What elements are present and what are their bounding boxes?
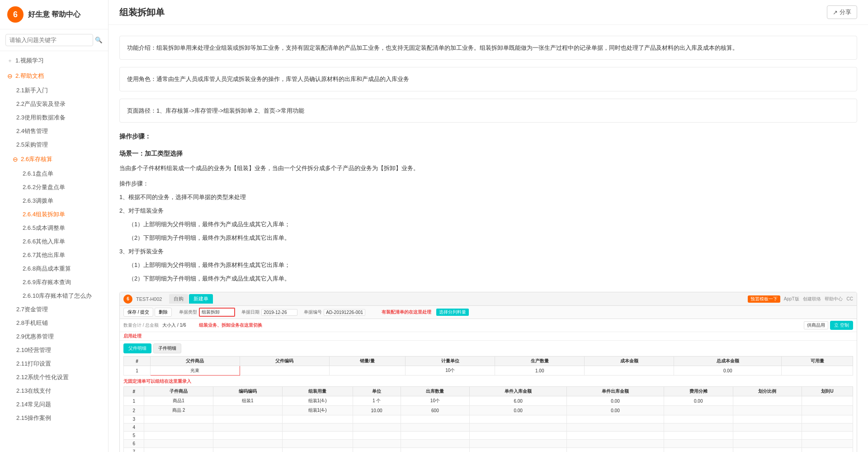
- sidebar-item-operations[interactable]: 2.10经营管理: [0, 343, 108, 357]
- sidebar-item-print[interactable]: 2.11打印设置: [0, 357, 108, 371]
- sidebar-item-video-label: 1.视频学习: [15, 57, 44, 65]
- mock-date-value[interactable]: 2019-12-26: [261, 309, 297, 316]
- annotation4-text: 启用处理: [123, 333, 142, 339]
- col-ratio: 划分比例: [733, 387, 802, 396]
- mock-toggle-child[interactable]: 子件明细: [153, 343, 181, 353]
- table-row: 7: [124, 448, 853, 452]
- sidebar-inventory-children: 2.6.1盘点单 2.6.2分量盘点单 2.6.3调拨单 2.6.4组装拆卸单 …: [0, 167, 108, 303]
- mock-table-child: # 子件商品 编码编码 组装用量 单位 出库数量 单件入库金额 单件出库金额 费…: [123, 386, 853, 452]
- mock-save-btn[interactable]: 保存 / 提交: [123, 308, 153, 317]
- sidebar-item-mobile[interactable]: 2.8手机旺铺: [0, 316, 108, 330]
- share-button[interactable]: ↗ 分享: [827, 5, 857, 19]
- annotation5-text: 无固定清单可以组结在这里重录入: [123, 378, 853, 385]
- mock-type-label: 单据类型: [179, 309, 197, 315]
- sidebar-item-inventory-ledger[interactable]: 2.6.9库存账本查询: [0, 276, 108, 289]
- sidebar-item-assemble[interactable]: 2.6.4组装拆卸单: [0, 208, 108, 221]
- sidebar-item-cost-adj[interactable]: 2.6.5成本调整单: [0, 221, 108, 235]
- search-box: 🔍: [0, 29, 108, 51]
- col-parent-goods: 父件商品: [150, 357, 240, 366]
- table-row: 3: [124, 415, 853, 423]
- col-total-cost: 总成本金额: [674, 357, 782, 366]
- mock-btn-orange-new[interactable]: 预置模板一下: [748, 295, 780, 303]
- sidebar-item-payment[interactable]: 2.13在线支付: [0, 384, 108, 398]
- mock-no-value[interactable]: AD-20191226-001: [324, 309, 365, 316]
- step3-1: （1）上部明细为父件明细，最终作为原材料生成其它出库单；: [119, 259, 857, 271]
- sidebar-item-install[interactable]: 2.2产品安装及登录: [0, 97, 108, 111]
- mock-no-label: 单据编号: [304, 309, 322, 315]
- sidebar-item-customize[interactable]: 2.12系统个性化设置: [0, 371, 108, 384]
- sidebar-item-sales[interactable]: 2.4销售管理: [0, 124, 108, 138]
- search-button[interactable]: 🔍: [95, 37, 103, 43]
- sidebar-item-stocktake[interactable]: 2.6.1盘点单: [0, 167, 108, 181]
- role-text: 使用角色：通常由生产人员或库管人员完成拆装业务的操作，库管人员确认原材料的出库和…: [127, 76, 409, 82]
- sidebar-item-docs[interactable]: ⊖ 2.帮助文档: [0, 68, 108, 84]
- col-in-cost: 单件入库金额: [470, 387, 567, 396]
- search-input[interactable]: [5, 34, 93, 46]
- mock-tab-new[interactable]: 新建单: [189, 294, 213, 304]
- col-asm-qty: 组装用量: [282, 387, 353, 396]
- col-produce-qty: 生产数量: [495, 357, 585, 366]
- sidebar-item-video[interactable]: ＋ 1.视频学习: [0, 53, 108, 68]
- cell: [329, 366, 406, 376]
- logo-title: 好生意 帮助中心: [28, 10, 80, 19]
- col-num2: #: [124, 387, 144, 396]
- mock-sub-toolbar: 数量合计 / 总金额 大小入 / 1/6 组装业务、拆卸业务在这里切换 供商品用…: [120, 319, 857, 332]
- sidebar-nav: ＋ 1.视频学习 ⊖ 2.帮助文档 2.1新手入门 2.2产品安装及登录 2.3…: [0, 51, 108, 427]
- annotation-zone-1: 有装配清单的在这里处理 选择分列料量: [382, 309, 469, 316]
- mock-sum-value: 大小入 / 1/6: [162, 322, 186, 328]
- mock-toggle-parent[interactable]: 父件明细: [123, 343, 151, 353]
- sidebar-item-cases[interactable]: 2.15操作案例: [0, 411, 108, 425]
- share-label: 分享: [840, 8, 851, 16]
- sidebar-item-ledger-fix[interactable]: 2.6.10库存账本错了怎么办: [0, 289, 108, 303]
- mock-date-field: 单据日期 2019-12-26: [241, 309, 297, 316]
- step2: 2、对于组装业务: [119, 205, 857, 217]
- sidebar-item-finance[interactable]: 2.7资金管理: [0, 303, 108, 316]
- steps-title: 操作步骤：: [119, 130, 857, 143]
- sidebar-item-coupon[interactable]: 2.9优惠券管理: [0, 330, 108, 343]
- col-parent-code: 父件编码: [240, 357, 329, 366]
- table-row: 1商品1组装1组装1(4-)1 个10个6.000.000.00: [124, 396, 853, 406]
- cell: [240, 366, 329, 376]
- sidebar-item-purchase[interactable]: 2.5采购管理: [0, 138, 108, 152]
- col-child-code: 编码编码: [213, 387, 282, 396]
- steps-sub-title: 操作步骤：: [119, 178, 857, 190]
- sidebar-item-other-out[interactable]: 2.6.7其他出库单: [0, 248, 108, 262]
- sidebar-item-data-prep[interactable]: 2.3使用前数据准备: [0, 111, 108, 124]
- cell: 1.00: [495, 366, 585, 376]
- step2-1: （1）上部明细为父件明细，最终作为产成品生成其它入库单；: [119, 219, 857, 230]
- mock-logo: 6: [123, 295, 132, 304]
- mock-app-title: TEST-H002: [136, 296, 162, 302]
- col-op: 划到U: [802, 387, 853, 396]
- mock-delete-btn[interactable]: 删除: [155, 308, 172, 317]
- sidebar-item-faq[interactable]: 2.14常见问题: [0, 398, 108, 411]
- col-cost: 成本金额: [585, 357, 674, 366]
- col-out-cost: 单件出库金额: [567, 387, 664, 396]
- sidebar-item-inventory[interactable]: ⊖ 2.6库存核算: [0, 152, 108, 167]
- main-content: 组装拆卸单 ↗ 分享 功能介绍：组装拆卸单用来处理企业组装或拆卸等加工业务，支持…: [108, 0, 868, 452]
- sidebar-item-cost-recalc[interactable]: 2.6.8商品成本重算: [0, 262, 108, 276]
- mock-supplier-field[interactable]: 供商品用: [804, 321, 828, 329]
- table-row: 4: [124, 423, 853, 432]
- expand-icon: ＋: [7, 57, 13, 65]
- mock-type-value[interactable]: 组装拆卸: [199, 308, 235, 317]
- sidebar-item-newbie[interactable]: 2.1新手入门: [0, 84, 108, 97]
- sidebar-item-other-in[interactable]: 2.6.6其他入库单: [0, 235, 108, 248]
- steps-section: 操作步骤： 场景一：加工类型选择 当由多个子件材料组装成一个成品的业务为【组装】…: [119, 130, 857, 285]
- step1: 1、根据不同的业务，选择不同单据的类型来处理: [119, 191, 857, 203]
- sidebar-item-transfer[interactable]: 2.6.3调拨单: [0, 194, 108, 208]
- path-block: 页面路径：1、库存核算->库存管理->组装拆卸单 2、首页->常用功能: [119, 99, 857, 123]
- mock-confirm-btn[interactable]: 立 空制: [830, 321, 853, 330]
- sidebar-item-split-stocktake[interactable]: 2.6.2分量盘点单: [0, 181, 108, 194]
- col-available: 可用量: [782, 357, 853, 366]
- mock-action-btns: 保存 / 提交 删除: [123, 308, 172, 317]
- step3-2: （2）下部明细为子件明细，最终作为产成品生成其它入库单。: [119, 273, 857, 285]
- cell: [782, 366, 853, 376]
- sidebar-item-inventory-label: 2.6库存核算: [21, 155, 52, 163]
- annotation3-text: 组装业务、拆卸业务在这里切换: [199, 322, 262, 328]
- mock-select-bom-btn[interactable]: 选择分列料量: [436, 309, 469, 316]
- cell: 10个: [406, 366, 495, 376]
- mock-tab-self[interactable]: 自购: [169, 294, 188, 304]
- table-row: 1 光束 10个 1.00 0.00: [124, 366, 853, 376]
- mock-no-field: 单据编号 AD-20191226-001: [304, 309, 365, 316]
- mock-nav-tabs: 自购 新建单: [169, 294, 213, 304]
